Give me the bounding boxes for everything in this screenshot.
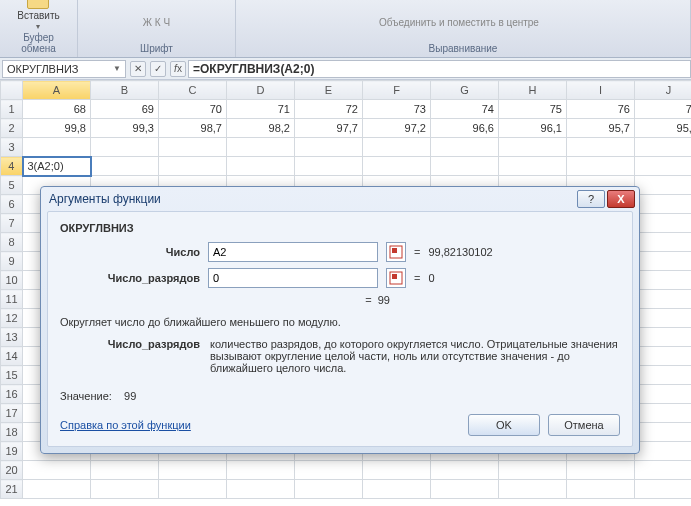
cell[interactable]: 98,7 xyxy=(159,119,227,138)
cell[interactable] xyxy=(23,461,91,480)
cell[interactable]: 99,8 xyxy=(23,119,91,138)
cell[interactable] xyxy=(227,461,295,480)
cell[interactable]: 95,2 xyxy=(635,119,692,138)
col-header[interactable]: J xyxy=(635,81,692,100)
cell[interactable] xyxy=(363,461,431,480)
row-header[interactable]: 12 xyxy=(1,309,23,328)
cell[interactable] xyxy=(363,138,431,157)
cell[interactable] xyxy=(635,347,692,366)
row-header[interactable]: 1 xyxy=(1,100,23,119)
row-header[interactable]: 11 xyxy=(1,290,23,309)
arg2-input[interactable] xyxy=(208,268,378,288)
cell[interactable]: 68 xyxy=(23,100,91,119)
cell[interactable] xyxy=(159,157,227,176)
ok-button[interactable]: OK xyxy=(468,414,540,436)
cell[interactable] xyxy=(567,461,635,480)
cell[interactable] xyxy=(159,138,227,157)
formula-input[interactable]: =ОКРУГЛВНИЗ(A2;0) xyxy=(188,60,691,78)
close-button[interactable]: X xyxy=(607,190,635,208)
cell[interactable] xyxy=(499,157,567,176)
col-header[interactable]: B xyxy=(91,81,159,100)
cell[interactable] xyxy=(635,480,692,499)
cell[interactable] xyxy=(635,309,692,328)
row-header[interactable]: 15 xyxy=(1,366,23,385)
cell[interactable] xyxy=(91,461,159,480)
cell[interactable] xyxy=(91,480,159,499)
cell[interactable]: 96,1 xyxy=(499,119,567,138)
cell[interactable] xyxy=(499,461,567,480)
cell[interactable] xyxy=(567,138,635,157)
cell[interactable]: 70 xyxy=(159,100,227,119)
font-controls[interactable]: Ж К Ч xyxy=(143,2,170,42)
cell[interactable] xyxy=(635,176,692,195)
paste-button[interactable]: Вставить ▾ xyxy=(17,0,59,31)
cell[interactable] xyxy=(635,252,692,271)
cell[interactable] xyxy=(635,290,692,309)
row-header[interactable]: 3 xyxy=(1,138,23,157)
chevron-down-icon[interactable]: ▼ xyxy=(113,64,121,73)
cell[interactable] xyxy=(499,480,567,499)
cell[interactable] xyxy=(23,480,91,499)
cell[interactable] xyxy=(635,423,692,442)
select-all-corner[interactable] xyxy=(1,81,23,100)
cell[interactable] xyxy=(567,480,635,499)
cell[interactable]: 72 xyxy=(295,100,363,119)
cell[interactable] xyxy=(635,366,692,385)
col-header[interactable]: G xyxy=(431,81,499,100)
cell[interactable]: 71 xyxy=(227,100,295,119)
row-header[interactable]: 20 xyxy=(1,461,23,480)
cell[interactable] xyxy=(635,442,692,461)
cell[interactable] xyxy=(635,157,692,176)
row-header[interactable]: 18 xyxy=(1,423,23,442)
col-header[interactable]: H xyxy=(499,81,567,100)
cell[interactable] xyxy=(295,157,363,176)
cell[interactable]: 73 xyxy=(363,100,431,119)
cell[interactable] xyxy=(635,404,692,423)
range-select-button[interactable] xyxy=(386,268,406,288)
cell[interactable] xyxy=(227,480,295,499)
cell[interactable] xyxy=(635,328,692,347)
cell[interactable]: 74 xyxy=(431,100,499,119)
row-header[interactable]: 16 xyxy=(1,385,23,404)
cell[interactable]: 96,6 xyxy=(431,119,499,138)
cell[interactable] xyxy=(159,461,227,480)
cancel-button[interactable]: Отмена xyxy=(548,414,620,436)
cell[interactable]: 3(A2;0) xyxy=(23,157,91,176)
cell[interactable] xyxy=(227,157,295,176)
cell[interactable] xyxy=(431,461,499,480)
cell[interactable] xyxy=(431,480,499,499)
cell[interactable] xyxy=(499,138,567,157)
col-header[interactable]: A xyxy=(23,81,91,100)
row-header[interactable]: 9 xyxy=(1,252,23,271)
row-header[interactable]: 5 xyxy=(1,176,23,195)
cell[interactable] xyxy=(295,461,363,480)
col-header[interactable]: E xyxy=(295,81,363,100)
cancel-formula-button[interactable]: ✕ xyxy=(130,61,146,77)
row-header[interactable]: 10 xyxy=(1,271,23,290)
cell[interactable]: 95,7 xyxy=(567,119,635,138)
cell[interactable] xyxy=(635,195,692,214)
cell[interactable] xyxy=(295,138,363,157)
row-header[interactable]: 4 xyxy=(1,157,23,176)
cell[interactable]: 77 xyxy=(635,100,692,119)
accept-formula-button[interactable]: ✓ xyxy=(150,61,166,77)
row-header[interactable]: 19 xyxy=(1,442,23,461)
cell[interactable] xyxy=(635,461,692,480)
cell[interactable] xyxy=(295,480,363,499)
fx-button[interactable]: fx xyxy=(170,61,186,77)
cell[interactable] xyxy=(91,157,159,176)
row-header[interactable]: 13 xyxy=(1,328,23,347)
cell[interactable]: 99,3 xyxy=(91,119,159,138)
cell[interactable] xyxy=(363,157,431,176)
name-box[interactable]: ОКРУГЛВНИЗ ▼ xyxy=(2,60,126,78)
help-link[interactable]: Справка по этой функции xyxy=(60,419,191,431)
cell[interactable]: 69 xyxy=(91,100,159,119)
cell[interactable] xyxy=(91,138,159,157)
cell[interactable]: 98,2 xyxy=(227,119,295,138)
cell[interactable]: 97,7 xyxy=(295,119,363,138)
cell[interactable] xyxy=(635,233,692,252)
cell[interactable] xyxy=(363,480,431,499)
row-header[interactable]: 7 xyxy=(1,214,23,233)
help-button[interactable]: ? xyxy=(577,190,605,208)
row-header[interactable]: 21 xyxy=(1,480,23,499)
